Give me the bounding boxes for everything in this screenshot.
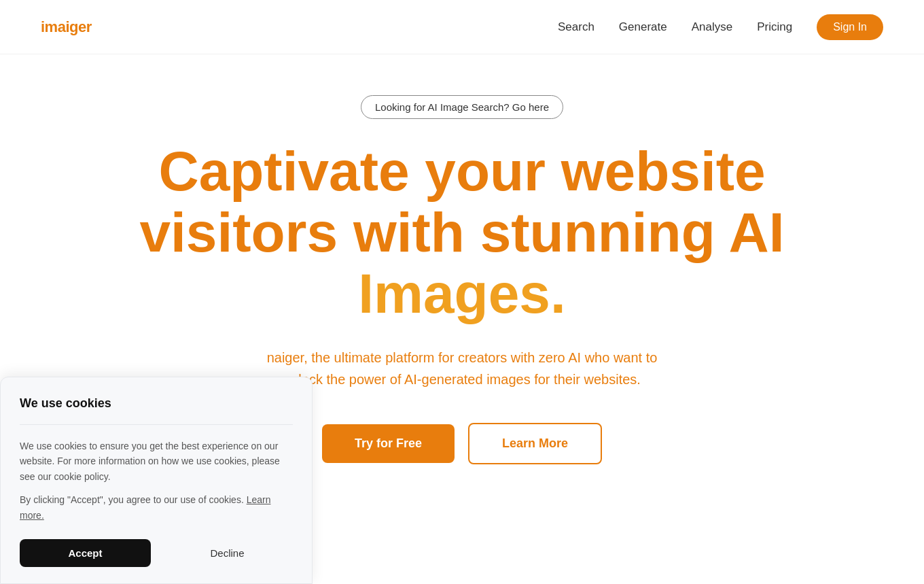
- hero-title-line2: visitors with stunning AI: [139, 201, 784, 263]
- hero-title: Captivate your website visitors with stu…: [139, 141, 784, 325]
- logo: imaiger: [41, 18, 92, 36]
- cookie-buttons: Accept Decline: [20, 539, 293, 567]
- cookie-accept-button[interactable]: Accept: [20, 539, 151, 567]
- sign-in-button[interactable]: Sign In: [817, 14, 883, 40]
- cookie-decline-button[interactable]: Decline: [162, 539, 293, 567]
- hero-subtitle: naiger, the ultimate platform for creato…: [251, 347, 673, 390]
- nav-search[interactable]: Search: [558, 20, 594, 34]
- nav-links: Search Generate Analyse Pricing Sign In: [558, 14, 883, 40]
- try-free-button[interactable]: Try for Free: [322, 424, 455, 463]
- cookie-banner: We use cookies We use cookies to ensure …: [0, 377, 313, 584]
- cookie-divider: [20, 424, 293, 425]
- cookie-body: We use cookies to ensure you get the bes…: [20, 439, 293, 484]
- learn-more-button[interactable]: Learn More: [468, 423, 602, 464]
- nav-analyse[interactable]: Analyse: [692, 20, 732, 34]
- cookie-title: We use cookies: [20, 396, 293, 411]
- navbar: imaiger Search Generate Analyse Pricing …: [0, 0, 924, 54]
- hero-badge[interactable]: Looking for AI Image Search? Go here: [361, 95, 563, 119]
- hero-buttons: Try for Free Learn More: [322, 423, 602, 464]
- cookie-accept-note: By clicking "Accept", you agree to our u…: [20, 492, 293, 523]
- hero-title-line1: Captivate your website: [158, 140, 765, 202]
- hero-title-line3: Images.: [358, 262, 565, 324]
- nav-pricing[interactable]: Pricing: [757, 20, 792, 34]
- nav-generate[interactable]: Generate: [619, 20, 667, 34]
